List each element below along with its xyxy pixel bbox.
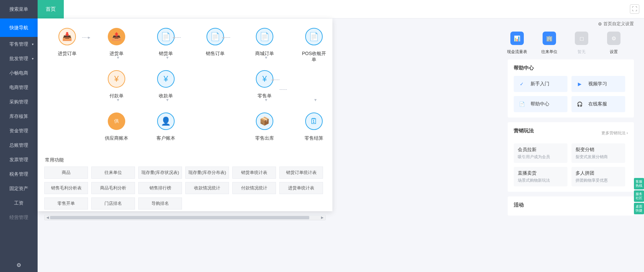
node-sales-order[interactable]: 📄销售订单 [202, 28, 229, 57]
common-stock-dist[interactable]: 现存量(库存分布表) [185, 167, 229, 179]
node-purchase-order[interactable]: 📥进货订单 [54, 28, 81, 57]
sidebar-item-invoice[interactable]: 发票管理 [0, 152, 38, 167]
float-hotline[interactable]: 客服热线 [634, 178, 644, 189]
qicon-cashflow[interactable]: 📊现金流量表 [509, 32, 525, 55]
mkt-group[interactable]: 多人拼团拼团购物享受优惠 [571, 167, 625, 186]
settle-icon: 🗓 [310, 117, 318, 126]
mkt-member[interactable]: 会员拉新吸引用户成为会员 [514, 143, 567, 163]
sidebar-item-ops[interactable]: 经营管理 [0, 210, 38, 225]
help-title: 帮助中心 [514, 65, 628, 71]
gear-icon: ⚙ [611, 35, 616, 42]
sidebar-item-asset[interactable]: 固定资产 [0, 181, 38, 196]
tab-home[interactable]: 首页 [38, 0, 64, 18]
list-icon: 📄 [260, 32, 270, 41]
sidebar-item-ledger[interactable]: 总账管理 [0, 138, 38, 152]
node-supplier-ledger[interactable]: 供供应商账本 [103, 112, 130, 141]
common-purchase-stat[interactable]: 进货单统计表 [279, 182, 323, 194]
common-receipt-stat[interactable]: 收款情况统计 [185, 182, 229, 194]
sidebar: 搜索菜单 快捷导航 零售管理▾ 批发管理▾ 小畅电商 电商管理 采购管理 库存核… [0, 0, 38, 272]
sidebar-item-purchase[interactable]: 采购管理 [0, 95, 38, 109]
float-community[interactable]: 服务社区 [634, 190, 644, 202]
common-title: 常用功能 [45, 157, 326, 163]
sidebar-item-wholesale[interactable]: 批发管理▾ [0, 51, 38, 66]
outbound-icon: 📦 [260, 117, 270, 126]
marketing-title: 营销玩法 [514, 128, 534, 134]
sidebar-item-retail[interactable]: 零售管理▾ [0, 37, 38, 51]
common-product[interactable]: 商品 [44, 167, 88, 179]
float-desktop[interactable]: 桌面快捷 [634, 203, 644, 214]
node-mall-order[interactable]: 📄商城订单 [251, 28, 278, 57]
doc-out-icon: 📤 [111, 32, 122, 41]
node-retail-out[interactable]: 📦零售出库 [251, 112, 278, 141]
node-retail-bill[interactable]: ¥零售单 [251, 70, 278, 99]
common-store-rank[interactable]: 门店排名 [91, 197, 135, 210]
qicon-none[interactable]: ◻暂无 [573, 32, 590, 55]
mkt-live[interactable]: 直播卖货场景式购物新玩法 [514, 167, 567, 186]
report-icon: 📊 [514, 35, 520, 42]
common-grid: 商品 往来单位 现存量(库存状况表) 现存量(库存分布表) 销货单统计表 销货订… [44, 167, 326, 210]
help-newbie[interactable]: ✓新手入门 [514, 76, 567, 92]
node-sales-bill[interactable]: 📄销货单 [152, 28, 179, 57]
arrow-down-icon: ▾ [165, 55, 170, 59]
help-chat[interactable]: 🎧在线客服 [571, 96, 625, 112]
person-icon: 👤 [161, 117, 171, 126]
sidebar-search[interactable]: 搜索菜单 [0, 0, 38, 18]
fullscreen-icon: ⛶ [632, 6, 637, 12]
marketing-card: 营销玩法 更多营销玩法 › 会员拉新吸引用户成为会员 裂变分销裂变式发展分销商 … [508, 122, 634, 192]
sidebar-settings[interactable]: ⚙ [0, 258, 38, 272]
common-partner[interactable]: 往来单位 [91, 167, 135, 179]
common-product-gross[interactable]: 商品毛利分析 [91, 182, 135, 194]
node-pos-bill[interactable]: 📄POS收银开单 [301, 28, 327, 63]
caret-down-icon: ▾ [32, 42, 34, 46]
node-receipt[interactable]: ¥收款单 [152, 70, 179, 99]
sidebar-item-inventory[interactable]: 库存核算 [0, 109, 38, 124]
common-payment-stat[interactable]: 付款情况统计 [232, 182, 276, 194]
scroll-left-icon[interactable]: ◀ [45, 216, 50, 220]
common-guide-rank[interactable]: 导购排名 [138, 197, 182, 210]
node-payment[interactable]: ¥付款单 [103, 70, 130, 99]
arrow-down-icon: ▾ [264, 55, 269, 59]
hscrollbar[interactable]: ◀ ▶ [44, 215, 326, 220]
mkt-fission[interactable]: 裂变分销裂变式发展分销商 [571, 143, 625, 163]
scroll-right-icon[interactable]: ▶ [320, 216, 325, 220]
arrow-path-icon: - - - - - [279, 87, 286, 92]
arrow-down-icon: ▾ [116, 55, 121, 59]
help-card: 帮助中心 ✓新手入门 ▶视频学习 📄帮助中心 🎧在线客服 [508, 59, 634, 118]
arrow-left-icon: ◂ - - - - [222, 35, 230, 40]
help-video[interactable]: ▶视频学习 [571, 76, 625, 92]
node-retail-settle[interactable]: 🗓零售结算 [301, 112, 327, 141]
sidebar-item-tax[interactable]: 税务管理 [0, 167, 38, 181]
quicknav-diagram: 📥进货订单 📤进货单 📄销货单 📄销售订单 📄商城订单 📄POS收银开单 ¥付款… [44, 28, 328, 154]
help-center[interactable]: 📄帮助中心 [514, 96, 567, 112]
common-sales-order-stat[interactable]: 销货订单统计表 [279, 167, 323, 179]
sidebar-item-ecomm-sm[interactable]: 小畅电商 [0, 66, 38, 80]
node-customer-ledger[interactable]: 👤客户账本 [152, 112, 179, 141]
sidebar-item-ecomm[interactable]: 电商管理 [0, 80, 38, 95]
sidebar-item-funds[interactable]: 资金管理 [0, 124, 38, 138]
quick-icons: 📊现金流量表 🏢往来单位 ◻暂无 ⚙设置 [508, 32, 634, 55]
qicon-partner[interactable]: 🏢往来单位 [541, 32, 557, 55]
common-retail-open[interactable]: 零售开单 [44, 197, 88, 210]
tabbar: 首页 ⛶ [38, 0, 644, 18]
quicknav-flyout: 📥进货订单 📤进货单 📄销货单 📄销售订单 📄商城订单 📄POS收银开单 ¥付款… [38, 18, 332, 211]
arrow-down-icon: ▾ [165, 97, 170, 102]
arrow-left-icon: ◂ - - - - [271, 77, 279, 82]
sidebar-item-salary[interactable]: 工资 [0, 196, 38, 210]
common-sales-bill-stat[interactable]: 销货单统计表 [232, 167, 276, 179]
node-purchase-bill[interactable]: 📤进货单 [103, 28, 130, 57]
float-buttons: 客服热线 服务社区 桌面快捷 [634, 178, 644, 214]
play-icon: ▶ [578, 81, 582, 87]
common-gross-report[interactable]: 销售毛利分析表 [44, 182, 88, 194]
fullscreen-button[interactable]: ⛶ [630, 4, 639, 14]
scroll-thumb[interactable] [50, 216, 309, 219]
arrow-right-icon: - - - - ▸ [82, 35, 90, 40]
list-icon: 📄 [210, 32, 220, 41]
marketing-more-link[interactable]: 更多营销玩法 › [601, 130, 628, 136]
gear-icon: ⚙ [16, 262, 21, 268]
common-stock-status[interactable]: 现存量(库存状况表) [138, 167, 182, 179]
main-area: 📥进货订单 📤进货单 📄销货单 📄销售订单 📄商城订单 📄POS收银开单 ¥付款… [38, 18, 644, 272]
custom-settings-link[interactable]: ⚙ 首页自定义设置 [598, 21, 634, 27]
common-sales-rank[interactable]: 销售排行榜 [138, 182, 182, 194]
qicon-settings[interactable]: ⚙设置 [606, 32, 622, 55]
sidebar-quicknav[interactable]: 快捷导航 [0, 18, 38, 37]
